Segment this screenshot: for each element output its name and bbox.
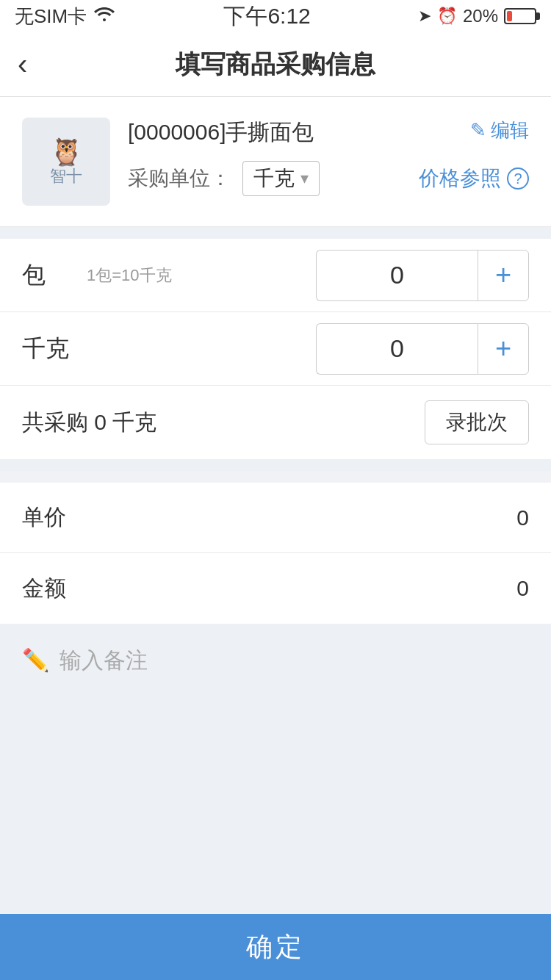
bag-sublabel: 1包=10千克 (87, 264, 316, 287)
product-name: [0000006]手撕面包 (128, 118, 314, 148)
bag-label: 包 (22, 259, 81, 292)
product-info: [0000006]手撕面包 ✎ 编辑 采购单位： 千克 ▾ 价格参照 ? (128, 118, 529, 196)
unit-price-row: 单价 0 (0, 483, 551, 553)
edit-icon: ✎ (470, 119, 486, 142)
carrier-label: 无SIM卡 (15, 4, 87, 29)
status-bar-left: 无SIM卡 (15, 4, 116, 29)
price-ref-button[interactable]: 价格参照 ? (419, 165, 529, 192)
amount-value: 0 (516, 576, 529, 601)
input-section: 包 1包=10千克 + 千克 + (0, 239, 551, 386)
bag-input-row: 包 1包=10千克 + (0, 239, 551, 312)
status-bar: 无SIM卡 下午6:12 ➤ ⏰ 20% (0, 0, 551, 32)
unit-dropdown[interactable]: 千克 ▾ (242, 161, 320, 196)
product-image: 🦉 智十 (22, 118, 110, 206)
kg-control: + (316, 323, 529, 375)
unit-price-label: 单价 (22, 502, 66, 533)
battery-percent: 20% (463, 6, 498, 26)
wifi-icon (93, 5, 116, 28)
product-logo: 🦉 智十 (50, 139, 83, 184)
bag-plus-button[interactable]: + (478, 250, 529, 301)
nav-bar: ‹ 填写商品采购信息 (0, 32, 551, 97)
total-row: 共采购 0 千克 录批次 (0, 386, 551, 459)
bag-control: + (316, 250, 529, 301)
amount-label: 金额 (22, 574, 66, 604)
note-section[interactable]: ✏️ 输入备注 (0, 624, 551, 771)
unit-selector-area: 采购单位： 千克 ▾ (128, 161, 320, 196)
kg-input[interactable] (316, 323, 478, 375)
info-section: 单价 0 金额 0 (0, 483, 551, 624)
kg-input-row: 千克 + (0, 312, 551, 386)
help-icon: ? (507, 167, 529, 190)
edit-button[interactable]: ✎ 编辑 (470, 118, 529, 143)
section-divider-1 (0, 227, 551, 239)
section-divider-2 (0, 459, 551, 471)
bag-input[interactable] (316, 250, 478, 301)
kg-label: 千克 (22, 333, 81, 365)
location-icon: ➤ (418, 7, 431, 26)
unit-price-value: 0 (516, 505, 529, 530)
kg-plus-button[interactable]: + (478, 323, 529, 375)
battery-icon (504, 8, 536, 24)
page-title: 填写商品采购信息 (176, 48, 375, 82)
chevron-down-icon: ▾ (300, 169, 309, 188)
alarm-icon: ⏰ (437, 7, 457, 26)
confirm-button[interactable]: 确定 (0, 914, 551, 980)
back-button[interactable]: ‹ (18, 48, 27, 81)
pencil-icon: ✏️ (22, 647, 49, 673)
record-batch-button[interactable]: 录批次 (425, 400, 529, 444)
amount-row: 金额 0 (0, 553, 551, 624)
total-label: 共采购 0 千克 (22, 408, 156, 438)
product-card: 🦉 智十 [0000006]手撕面包 ✎ 编辑 采购单位： 千克 ▾ (0, 97, 551, 227)
note-placeholder: 输入备注 (60, 646, 148, 676)
status-bar-right: ➤ ⏰ 20% (418, 6, 536, 26)
status-bar-time: 下午6:12 (223, 1, 310, 32)
